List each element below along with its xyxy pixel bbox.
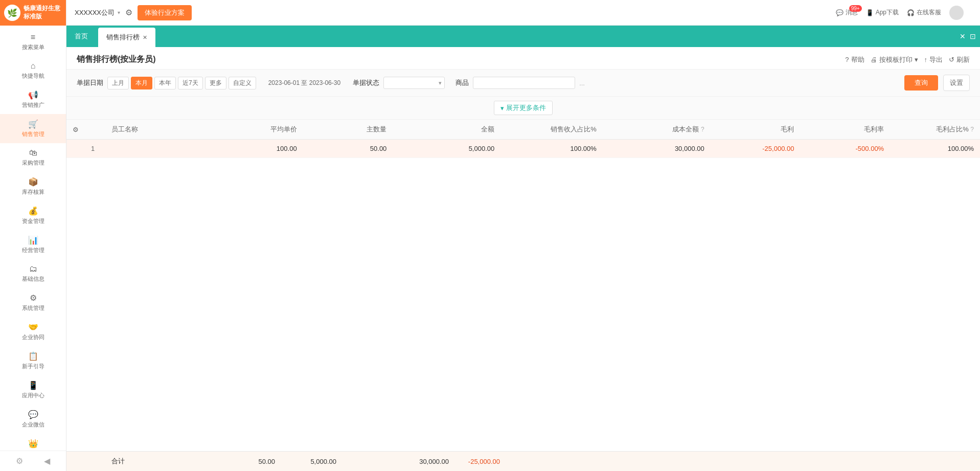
company-selector[interactable]: XXXXXX公司 ▾: [75, 8, 120, 17]
date-range-display: 2023-06-01 至 2023-06-30: [268, 79, 340, 87]
date-buttons: 上月本月本年近7天更多自定义: [107, 77, 256, 89]
row-sales-pct: 100.00%: [500, 140, 603, 158]
sidebar-icon-beginner: 📋: [28, 351, 38, 361]
sidebar-item-operations[interactable]: 📊经营管理: [0, 230, 66, 259]
sidebar-icon-basic-info: 🗂: [29, 264, 37, 274]
sidebar-item-enterprise[interactable]: 🤝企业协同: [0, 317, 66, 346]
sidebar-item-search-orders[interactable]: ≡搜索菜单: [0, 28, 66, 56]
goods-input[interactable]: [473, 77, 575, 89]
data-table: ⚙ 员工名称 平均单价 主数量 全额 销售收入占比% 成本全额 ? 毛利 毛利率…: [66, 120, 980, 158]
filter-settings-button[interactable]: 设置: [943, 75, 970, 91]
gross-pct-help-icon[interactable]: ?: [970, 126, 974, 133]
message-item[interactable]: 💬 消息 99+: [836, 8, 858, 17]
sidebar-item-inventory[interactable]: 📦库存核算: [0, 172, 66, 201]
sidebar-icon-finance: 💰: [28, 206, 38, 216]
status-select[interactable]: [383, 77, 445, 89]
status-label: 单据状态: [353, 78, 379, 87]
sidebar-item-app-center[interactable]: 📱应用中心: [0, 375, 66, 405]
sidebar-icon-quick-nav: ⌂: [31, 61, 36, 71]
page-title: 销售排行榜(按业务员): [77, 54, 156, 65]
sidebar-icon-search-orders: ≡: [31, 33, 35, 42]
help-action[interactable]: ? 帮助: [845, 55, 864, 64]
date-btn-本年[interactable]: 本年: [154, 77, 176, 89]
online-service-icon: 🎧: [907, 9, 915, 16]
date-btn-自定义[interactable]: 自定义: [229, 77, 256, 89]
sidebar-item-marketing[interactable]: 📢营销推广: [0, 85, 66, 114]
content-area: 销售排行榜(按业务员) ? 帮助 🖨 按模板打印 ▾ ↑ 导出 ↺ 刷新: [66, 47, 980, 451]
logo-icon: 🌿: [4, 5, 20, 21]
col-cost: 成本全额 ?: [603, 120, 711, 140]
sidebar-label-purchase: 采购管理: [22, 159, 44, 167]
sidebar-settings-icon[interactable]: ⚙: [16, 456, 23, 466]
sidebar-item-enterprise-wechat[interactable]: 💬企业微信: [0, 405, 66, 434]
sidebar-icon-purchase: 🛍: [29, 148, 37, 158]
help-icon: ?: [845, 56, 849, 63]
refresh-icon: ↺: [949, 56, 954, 63]
sidebar-item-member[interactable]: 👑畅会员: [0, 434, 66, 451]
footer-cost: 30,000.00: [388, 458, 449, 465]
online-service-item[interactable]: 🎧 在线客服: [907, 8, 941, 17]
sidebar-item-system[interactable]: ⚙系统管理: [0, 288, 66, 317]
row-gross-pct: 100.00%: [890, 140, 980, 158]
sidebar-item-basic-info[interactable]: 🗂基础信息: [0, 259, 66, 288]
query-button[interactable]: 查询: [904, 75, 938, 91]
sidebar-label-operations: 经营管理: [22, 246, 44, 254]
sidebar-item-beginner[interactable]: 📋新手引导: [0, 346, 66, 375]
window-restore-icon[interactable]: ⊡: [970, 32, 976, 40]
date-filter-section: 单据日期 上月本月本年近7天更多自定义: [77, 77, 256, 89]
sidebar-label-beginner: 新手引导: [22, 363, 44, 370]
date-btn-更多[interactable]: 更多: [205, 77, 226, 89]
cost-help-icon[interactable]: ?: [701, 126, 704, 133]
sidebar-label-system: 系统管理: [22, 304, 44, 312]
sidebar: 🌿 畅康通好生意 标准版 ≡搜索菜单⌂快捷导航📢营销推广🛒销售管理🛍采购管理📦库…: [0, 0, 66, 471]
app-download-icon: 📱: [866, 9, 874, 16]
table-footer: 合计 50.00 5,000.00 30,000.00 -25,000.00: [66, 451, 980, 471]
header-right: 💬 消息 99+ 📱 App下载 🎧 在线客服: [836, 6, 972, 20]
sidebar-label-inventory: 库存核算: [22, 188, 44, 196]
sidebar-icon-enterprise-wechat: 💬: [28, 410, 38, 419]
refresh-action[interactable]: ↺ 刷新: [949, 55, 970, 64]
avatar[interactable]: [949, 6, 964, 20]
col-settings[interactable]: ⚙: [66, 120, 85, 140]
sidebar-nav: ≡搜索菜单⌂快捷导航📢营销推广🛒销售管理🛍采购管理📦库存核算💰资金管理📊经营管理…: [0, 26, 66, 451]
expand-conditions-button[interactable]: ▾ 展开更多条件: [494, 101, 553, 115]
goods-label: 商品: [455, 78, 469, 87]
date-btn-近7天[interactable]: 近7天: [178, 77, 203, 89]
header-settings-icon[interactable]: ⚙: [125, 8, 132, 17]
app-download-label: App下载: [876, 8, 899, 17]
date-btn-本月[interactable]: 本月: [131, 77, 152, 89]
trial-button[interactable]: 体验行业方案: [138, 5, 192, 20]
sidebar-label-sales: 销售管理: [22, 130, 44, 138]
date-btn-上月[interactable]: 上月: [107, 77, 129, 89]
page-header: 销售排行榜(按业务员) ? 帮助 🖨 按模板打印 ▾ ↑ 导出 ↺ 刷新: [66, 47, 980, 70]
sidebar-item-sales[interactable]: 🛒销售管理: [0, 114, 66, 143]
sidebar-icon-app-center: 📱: [28, 380, 38, 390]
row-name: [105, 140, 213, 158]
goods-filter-section: 商品 ...: [455, 77, 585, 89]
template-print-action[interactable]: 🖨 按模板打印 ▾: [871, 55, 918, 64]
status-select-wrapper: [383, 77, 445, 89]
export-action[interactable]: ↑ 导出: [924, 55, 943, 64]
row-rank: 1: [85, 140, 105, 158]
app-download-item[interactable]: 📱 App下载: [866, 8, 899, 17]
tab-home[interactable]: 首页: [66, 27, 96, 46]
table-body: 1 100.00 50.00 5,000.00 100.00% 30,000.0…: [66, 140, 980, 158]
sidebar-item-quick-nav[interactable]: ⌂快捷导航: [0, 56, 66, 85]
col-gross-pct: 毛利占比% ?: [890, 120, 980, 140]
row-gross: -25,000.00: [711, 140, 801, 158]
tab-close-icon[interactable]: ✕: [143, 34, 147, 41]
sidebar-label-enterprise: 企业协同: [22, 333, 44, 341]
expand-label: 展开更多条件: [506, 103, 546, 113]
col-amount: 全额: [393, 120, 500, 140]
col-gross-rate: 毛利率: [800, 120, 890, 140]
sidebar-item-purchase[interactable]: 🛍采购管理: [0, 143, 66, 172]
table-header-row: ⚙ 员工名称 平均单价 主数量 全额 销售收入占比% 成本全额 ? 毛利 毛利率…: [66, 120, 980, 140]
sidebar-collapse-icon[interactable]: ◀: [44, 456, 50, 466]
tab-sales-rank[interactable]: 销售排行榜 ✕: [98, 28, 155, 47]
sidebar-item-finance[interactable]: 💰资金管理: [0, 201, 66, 230]
sidebar-label-enterprise-wechat: 企业微信: [22, 421, 44, 429]
goods-more-icon[interactable]: ...: [579, 79, 585, 87]
window-close-icon[interactable]: ✕: [960, 32, 966, 40]
row-avg-price: 100.00: [213, 140, 303, 158]
export-icon: ↑: [924, 56, 928, 63]
